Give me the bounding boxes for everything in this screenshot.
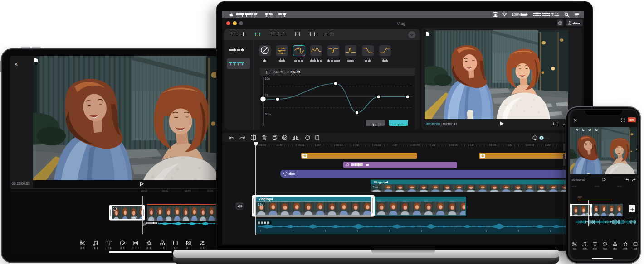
- svg-text:00:06: 00:06: [583, 212, 589, 215]
- svg-text:5.6s: 5.6s: [373, 186, 379, 189]
- svg-text:Vlog.mp4: Vlog.mp4: [374, 181, 388, 184]
- svg-text:00:08: 00:08: [131, 216, 138, 218]
- svg-text:3.0s: 3.0s: [258, 203, 263, 206]
- svg-text:Vlog.mp4: Vlog.mp4: [259, 197, 273, 201]
